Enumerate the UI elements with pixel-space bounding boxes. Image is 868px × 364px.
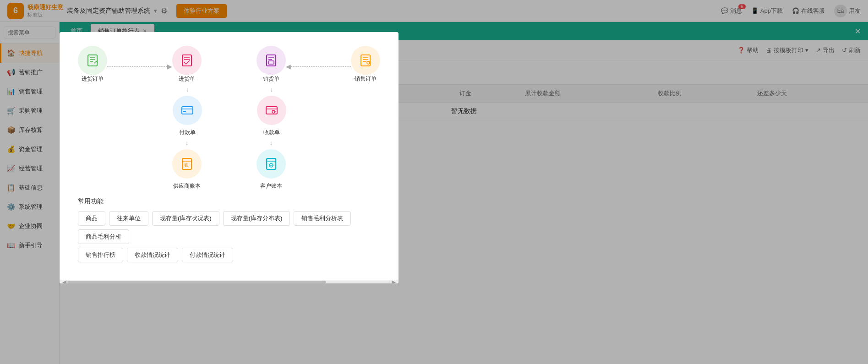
svg-text:账: 账 [184, 163, 189, 168]
common-func-button[interactable]: 商品毛利分析 [78, 229, 129, 244]
scrollbar-track[interactable] [67, 281, 391, 283]
overlay: 进货订单 ▶ 进货单 [0, 0, 868, 364]
flow-row-3: ↓ 账 供应商账本 ↓ 客户账本 [78, 138, 380, 190]
sales-order-label: 销售订单 [355, 75, 377, 83]
flow-item-purchase-order[interactable]: 进货订单 [78, 46, 107, 83]
svg-rect-19 [266, 107, 277, 114]
customer-book-icon [257, 149, 286, 179]
flow-col-payment: ↓ 付款单 [173, 85, 202, 136]
common-functions: 常用功能 商品往来单位现存量(库存状况表)现存量(库存分布表)销售毛利分析表商品… [78, 197, 380, 262]
flow-col-receipt: ↓ 收款单 [257, 85, 286, 136]
purchase-order-icon [78, 46, 107, 75]
scroll-right-arrow[interactable]: ▶ [391, 279, 397, 284]
v-arrow-customer: ↓ [270, 139, 273, 147]
supplier-book-icon: 账 [172, 149, 202, 179]
popup-inner: 进货订单 ▶ 进货单 [60, 32, 399, 275]
flow-col-customer-book: ↓ 客户账本 [257, 138, 286, 190]
receipt-label: 收款单 [263, 129, 280, 136]
sales-icon [257, 46, 286, 75]
purchase-order-label: 进货订单 [82, 75, 104, 83]
purchase-icon [172, 46, 202, 75]
svg-rect-0 [88, 55, 97, 66]
supplier-book-label: 供应商账本 [173, 182, 201, 190]
svg-rect-10 [268, 61, 274, 64]
common-func-button[interactable]: 商品 [78, 211, 105, 226]
popup-scrollbar: ◀ ▶ [60, 280, 399, 283]
flow-col-supplier-book: ↓ 账 供应商账本 [172, 138, 202, 190]
common-func-button[interactable]: 往来单位 [109, 211, 148, 226]
v-arrow-receipt: ↓ [270, 86, 273, 93]
flow-item-sales-order[interactable]: 销售订单 [351, 46, 380, 83]
payment-icon [173, 96, 202, 125]
common-func-button[interactable]: 收款情况统计 [127, 248, 178, 262]
flow-row-1: 进货订单 ▶ 进货单 [78, 46, 380, 83]
sales-order-icon [351, 46, 380, 75]
sales-label: 销货单 [263, 75, 279, 83]
purchase-label: 进货单 [179, 75, 195, 83]
svg-point-15 [367, 61, 370, 64]
svg-rect-16 [182, 107, 193, 114]
h-connector-2: ◀ [286, 63, 351, 70]
svg-rect-4 [182, 55, 191, 66]
svg-rect-26 [267, 158, 276, 169]
flow-item-sales[interactable]: 销货单 [257, 46, 286, 83]
scrollbar-thumb[interactable] [67, 281, 326, 283]
flow-row-2: ↓ 付款单 ↓ 收款单 [79, 85, 380, 136]
flow-item-purchase[interactable]: 进货单 [172, 46, 202, 83]
common-func-button[interactable]: 现存量(库存状况表) [152, 211, 219, 226]
common-func-button[interactable]: 付款情况统计 [182, 248, 233, 262]
svg-rect-18 [183, 111, 186, 112]
common-func-button[interactable]: 销售排行榜 [78, 248, 123, 262]
receipt-icon [257, 96, 286, 125]
h-connector-1: ▶ [107, 63, 172, 70]
popup-panel: 进货订单 ▶ 进货单 [60, 32, 399, 283]
common-func-button[interactable]: 销售毛利分析表 [294, 211, 351, 226]
scroll-left-arrow[interactable]: ◀ [61, 279, 67, 284]
payment-label: 付款单 [179, 129, 196, 136]
common-func-button[interactable]: 现存量(库存分布表) [223, 211, 290, 226]
customer-book-label: 客户账本 [260, 182, 282, 190]
common-title: 常用功能 [78, 197, 380, 206]
common-btns-row1: 商品往来单位现存量(库存状况表)现存量(库存分布表)销售毛利分析表商品毛利分析 [78, 211, 380, 244]
v-arrow-supplier: ↓ [186, 139, 189, 147]
v-arrow-payment: ↓ [186, 86, 189, 93]
common-btns-row2: 销售排行榜收款情况统计付款情况统计 [78, 248, 380, 262]
flow-diagram: 进货订单 ▶ 进货单 [78, 46, 380, 190]
